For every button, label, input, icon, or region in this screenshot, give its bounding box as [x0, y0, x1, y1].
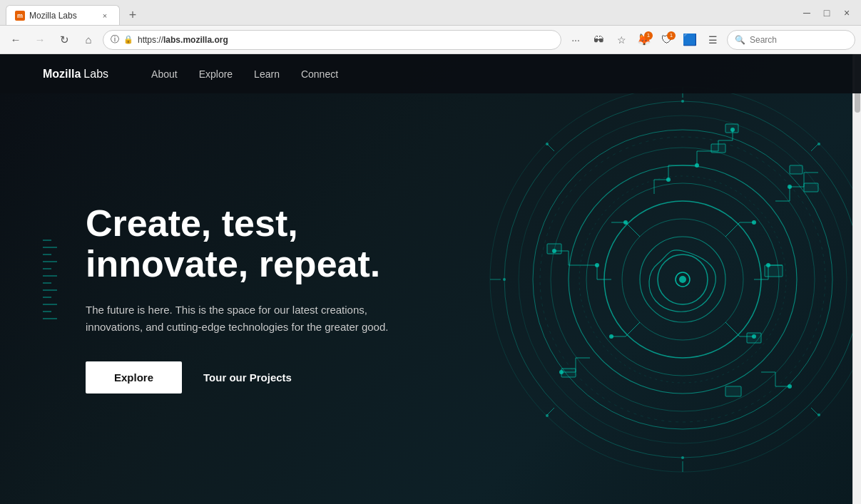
hero-section: Mozilla Labs About Explore Learn Connect… [0, 54, 861, 504]
nav-link-explore[interactable]: Explore [199, 68, 233, 80]
svg-point-24 [609, 334, 613, 339]
nav-extras: ··· 🕶 ☆ 🦊 1 🛡 1 🟦 ☰ [566, 30, 723, 50]
address-bar[interactable]: ⓘ 🔒 https://labs.mozilla.org [103, 30, 561, 50]
nav-link-learn[interactable]: Learn [254, 68, 280, 80]
site-logo: Mozilla Labs [43, 68, 108, 81]
browser-window: m Mozilla Labs × + ─ □ × ← → ↻ ⌂ ⓘ 🔒 htt… [0, 0, 861, 504]
svg-point-22 [595, 263, 599, 267]
svg-rect-37 [765, 265, 783, 277]
svg-rect-39 [725, 386, 741, 396]
minimize-button[interactable]: ─ [798, 4, 815, 21]
svg-point-47 [681, 456, 684, 459]
svg-line-15 [547, 144, 554, 151]
tab-close-button[interactable]: × [99, 10, 111, 21]
search-icon: 🔍 [735, 35, 745, 45]
svg-rect-34 [711, 144, 725, 153]
explore-button[interactable]: Explore [86, 361, 182, 394]
svg-line-17 [547, 408, 554, 415]
lock-icon: 🔒 [123, 35, 133, 44]
site-nav: Mozilla Labs About Explore Learn Connect [0, 54, 861, 93]
svg-rect-40 [561, 369, 576, 377]
left-tick-decoration [43, 240, 57, 319]
scrollbar[interactable] [852, 54, 861, 504]
logo-labs: Labs [83, 68, 108, 81]
svg-point-50 [546, 414, 549, 417]
home-button[interactable]: ⌂ [78, 30, 98, 50]
tab-title: Mozilla Labs [29, 11, 95, 21]
extension-button-2[interactable]: 🛡 1 [657, 30, 677, 50]
svg-point-49 [817, 143, 820, 145]
back-button[interactable]: ← [6, 30, 26, 50]
svg-point-48 [503, 278, 506, 281]
url-display: https://labs.mozilla.org [138, 35, 554, 45]
info-icon: ⓘ [111, 34, 119, 46]
extension-button-1[interactable]: 🦊 1 [634, 30, 654, 50]
search-input[interactable] [750, 35, 847, 45]
menu-button[interactable]: ☰ [703, 30, 723, 50]
svg-line-18 [811, 408, 818, 415]
svg-line-16 [811, 144, 818, 151]
nav-link-about[interactable]: About [151, 68, 178, 80]
forward-button[interactable]: → [30, 30, 50, 50]
extension-button-3[interactable]: 🟦 [680, 30, 700, 50]
tour-button[interactable]: Tour our Projects [203, 371, 292, 384]
svg-rect-41 [547, 244, 561, 254]
tech-circle-decoration [476, 73, 861, 486]
hero-description: The future is here. This is the space fo… [86, 302, 399, 336]
hero-content: Create, test, innovate, repeat. The futu… [86, 203, 457, 394]
window-controls: ─ □ × [798, 4, 855, 21]
new-tab-button[interactable]: + [123, 5, 143, 25]
site-nav-links: About Explore Learn Connect [151, 68, 338, 80]
svg-rect-38 [747, 333, 761, 343]
svg-point-32 [679, 276, 686, 283]
pocket-button[interactable]: 🕶 [589, 30, 608, 50]
nav-bar: ← → ↻ ⌂ ⓘ 🔒 https://labs.mozilla.org ···… [0, 26, 861, 54]
search-box[interactable]: 🔍 [727, 30, 855, 50]
title-bar: m Mozilla Labs × + ─ □ × [0, 0, 861, 26]
svg-point-26 [623, 220, 628, 225]
refresh-button[interactable]: ↻ [54, 30, 74, 50]
tab-bar: m Mozilla Labs × + [6, 0, 793, 25]
active-tab[interactable]: m Mozilla Labs × [6, 5, 120, 25]
hero-headline: Create, test, innovate, repeat. [86, 203, 457, 284]
close-window-button[interactable]: × [838, 4, 855, 21]
more-button[interactable]: ··· [566, 30, 586, 50]
hero-buttons: Explore Tour our Projects [86, 361, 457, 394]
logo-mozilla: Mozilla [43, 68, 81, 81]
svg-point-19 [695, 163, 699, 168]
tab-favicon: m [15, 11, 25, 21]
bookmark-button[interactable]: ☆ [611, 30, 631, 50]
nav-link-connect[interactable]: Connect [301, 68, 338, 80]
website-content: Mozilla Labs About Explore Learn Connect… [0, 54, 861, 504]
svg-point-51 [817, 413, 820, 416]
maximize-button[interactable]: □ [818, 4, 835, 21]
svg-point-45 [681, 100, 684, 103]
svg-point-29 [788, 384, 792, 389]
svg-rect-35 [790, 165, 803, 174]
svg-point-23 [752, 220, 756, 225]
svg-point-52 [546, 143, 549, 145]
svg-point-20 [666, 178, 671, 182]
svg-rect-42 [725, 124, 738, 133]
svg-rect-36 [804, 183, 818, 192]
